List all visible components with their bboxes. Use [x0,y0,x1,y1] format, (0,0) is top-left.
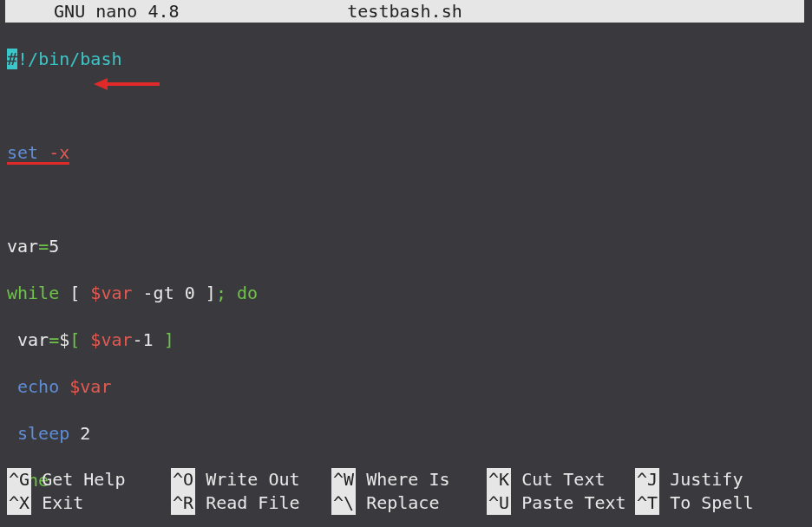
code-line-9: sleep 2 [7,422,804,446]
nano-shortcut-bar: ^G Get Help ^O Write Out ^W Where Is ^K … [7,468,802,515]
shortcut-row-2: ^X Exit ^R Read File ^\ Replace ^U Paste… [7,491,802,515]
shortcut-cut-text[interactable]: ^K Cut Text [487,468,635,491]
code-line-7: var=$[ $var-1 ] [7,329,804,352]
code-line-1: #!/bin/bash [7,48,804,71]
code-line-4 [7,188,804,211]
shortcut-paste-text[interactable]: ^U Paste Text [487,491,635,515]
code-line-2 [7,94,804,118]
shortcut-exit[interactable]: ^X Exit [7,491,171,515]
shortcut-where-is[interactable]: ^W Where Is [331,468,487,491]
code-line-3: set -x [7,141,804,165]
nano-titlebar: GNU nano 4.8 testbash.sh [5,0,804,23]
shortcut-to-spell[interactable]: ^T To Spell [635,491,802,515]
editor-area[interactable]: #!/bin/bash set -x var=5 while [ $var -g… [5,23,804,527]
terminal-window: GNU nano 4.8 testbash.sh #!/bin/bash set… [5,0,804,520]
cursor-cell: # [7,49,17,69]
app-version: GNU nano 4.8 [33,1,180,22]
code-line-5: var=5 [7,235,804,258]
code-line-6: while [ $var -gt 0 ]; do [7,282,804,305]
shortcut-read-file[interactable]: ^R Read File [171,491,331,515]
annotation-arrow-icon [92,75,161,94]
shortcut-replace[interactable]: ^\ Replace [331,491,487,515]
open-filename: testbash.sh [347,1,462,22]
shortcut-justify[interactable]: ^J Justify [635,468,802,491]
code-line-8: echo $var [7,375,804,399]
shortcut-get-help[interactable]: ^G Get Help [7,468,171,491]
shortcut-write-out[interactable]: ^O Write Out [171,468,331,491]
shortcut-row-1: ^G Get Help ^O Write Out ^W Where Is ^K … [7,468,802,491]
svg-marker-1 [94,78,108,90]
